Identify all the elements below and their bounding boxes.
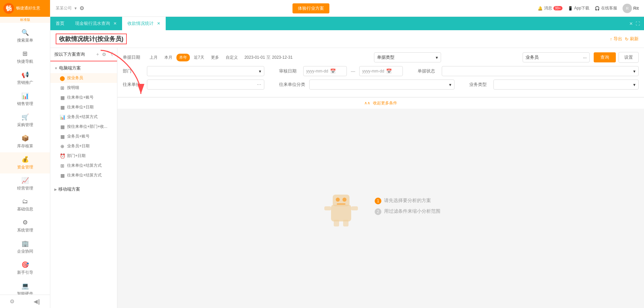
scheme-item-unit-account[interactable]: ▦ 往来单位+账号 (50, 93, 117, 102)
sidebar-item-hardware[interactable]: 💻 智能硬件 (0, 279, 50, 295)
tab-receipt-stats[interactable]: 收款情况统计 ✕ (122, 17, 166, 30)
date-quick-buttons: 上月 本月 本年 近7天 更多 自定义 (147, 54, 240, 61)
business-type-select[interactable]: ▾ (493, 80, 639, 90)
this-year-btn[interactable]: 本年 (176, 54, 190, 61)
salesperson-select[interactable]: 业务员 ··· (523, 52, 590, 62)
sidebar-item-sales[interactable]: 📊 销售管理 (0, 89, 50, 110)
headset-icon: 🎧 (595, 6, 600, 11)
logo-icon: 畅 (3, 3, 14, 14)
sidebar-item-search[interactable]: 🔍 搜索菜单 (0, 25, 50, 47)
top-header: 某某公司 ▾ ⚙ 体验行业方案 🔔 消息 99+ 📱 App下载 🎧 在线客服 … (50, 0, 644, 17)
mobile-scheme-label: 移动端方案 (58, 186, 80, 192)
scheme-item-label: 业务员+日期 (67, 143, 90, 149)
add-scheme-icon[interactable]: ＋ (95, 51, 100, 57)
tab-bank-flow[interactable]: 现金银行流水查询 ✕ (70, 17, 122, 30)
settings-button[interactable]: 设置 (619, 52, 639, 63)
page-title: 收款情况统计(按业务员) (56, 34, 127, 44)
scheme-icon: ⊕ (60, 144, 65, 149)
scheme-item-unit-settle2[interactable]: ▦ 往来单位+结算方式 (50, 170, 117, 180)
online-service-button[interactable]: 🎧 在线客服 (595, 5, 617, 11)
scheme-item-unit-date[interactable]: ▦ 往来单位+日期 (50, 102, 117, 112)
this-month-btn[interactable]: 本月 (162, 54, 175, 61)
scheme-item-salesperson-account[interactable]: ▦ 业务员+账号 (50, 132, 117, 141)
scheme-item-label: 业务员+结算方式 (67, 114, 98, 120)
custom-date-btn[interactable]: 自定义 (223, 54, 240, 61)
gear-icon: ⚙ (22, 219, 28, 226)
sidebar-item-marketing[interactable]: 📢 营销推广 (0, 68, 50, 89)
sidebar-item-operation[interactable]: 📈 经营管理 (0, 173, 50, 195)
desktop-scheme-header[interactable]: ▼ 电脑端方案 (50, 63, 117, 73)
tab-receipt-stats-label: 收款情况统计 (127, 20, 154, 27)
header-right: 🔔 消息 99+ 📱 App下载 🎧 在线客服 R Rit (538, 4, 639, 13)
mobile-scheme-header[interactable]: ▶ 移动端方案 (50, 184, 117, 194)
collapse-filter-button[interactable]: ∧∧ 收起更多条件 (117, 97, 644, 109)
audit-date-end-input[interactable]: yyyy-mm-dd 📅 (359, 66, 403, 76)
scheme-item-dept-date[interactable]: ⏰ 部门+日期 (50, 151, 117, 161)
scheme-item-label: 往来单位+日期 (67, 104, 94, 110)
close-receipt-stats-icon[interactable]: ✕ (157, 21, 160, 26)
last-7days-btn[interactable]: 近7天 (191, 54, 207, 61)
tab-bank-flow-label: 现金银行流水查询 (75, 20, 110, 27)
dropdown-icon[interactable]: ▾ (74, 6, 77, 11)
scheme-icon: ⏰ (60, 153, 65, 159)
svg-point-2 (336, 198, 340, 202)
counterpart-select[interactable]: ··· (147, 80, 264, 90)
notifications-button[interactable]: 🔔 消息 99+ (538, 5, 562, 11)
sidebar-item-purchase[interactable]: 🛒 采购管理 (0, 110, 50, 131)
scheme-item-label: 业务员+账号 (67, 134, 90, 139)
app-download-label: App下载 (574, 5, 589, 11)
refresh-button[interactable]: ↻ 刷新 (625, 36, 639, 42)
user-menu[interactable]: R Rit (623, 4, 639, 13)
export-button[interactable]: ↑ 导出 (610, 36, 623, 42)
chevron-down-icon: ▾ (259, 69, 261, 74)
scheme-settings-icon[interactable]: ⚙ (102, 52, 106, 57)
svg-rect-8 (343, 220, 348, 226)
chevron-up-icon: ∧∧ (364, 101, 370, 105)
doc-status-select[interactable]: ▾ (442, 66, 639, 76)
sidebar-item-inventory[interactable]: 📦 库存核算 (0, 131, 50, 152)
step2-text: 用过滤条件来缩小分析范围 (384, 208, 440, 214)
sidebar-item-system[interactable]: ⚙ 系统管理 (0, 215, 50, 237)
svg-rect-7 (334, 220, 339, 226)
scheme-item-salesperson-settle[interactable]: 📊 业务员+结算方式 (50, 112, 117, 122)
scheme-item-label: 往来单位+结算方式 (67, 163, 102, 168)
sidebar-item-quick-nav[interactable]: ⊞ 快捷导航 (0, 47, 50, 68)
export-label: 导出 (613, 36, 622, 42)
window-buttons: ✕ ⛶ (625, 21, 644, 26)
sidebar-item-finance[interactable]: 💰 资金管理 (0, 152, 50, 173)
scheme-item-unit-settle1[interactable]: ⊞ 往来单位+结算方式 (50, 161, 117, 170)
tab-home[interactable]: 首页 (50, 17, 70, 30)
more-date-btn[interactable]: 更多 (208, 54, 222, 61)
scheme-item-unit-dept-income[interactable]: ▦ 按往来单位+部门+收... (50, 122, 117, 132)
collapse-panel-icon[interactable]: 《 (108, 51, 113, 57)
try-industry-button[interactable]: 体验行业方案 (292, 3, 329, 13)
username-label: Rit (633, 6, 639, 11)
close-window-icon[interactable]: ✕ (629, 21, 633, 26)
sidebar-item-enterprise[interactable]: 🏢 企业协同 (0, 237, 50, 258)
empty-step-1: 1 请先选择要分析的方案 (375, 198, 440, 204)
last-month-btn[interactable]: 上月 (147, 54, 160, 61)
settings-bottom-icon[interactable]: ⚙ (10, 298, 14, 305)
close-bank-flow-icon[interactable]: ✕ (113, 21, 117, 26)
sidebar-item-guide[interactable]: 🎯 新手引导 (0, 258, 50, 279)
audit-date-start-input[interactable]: yyyy-mm-dd 📅 (303, 66, 347, 76)
empty-state-area: 1 请先选择要分析的方案 2 用过滤条件来缩小分析范围 (117, 109, 644, 308)
scheme-item-detail[interactable]: ⊞ 按明细 (50, 83, 117, 93)
department-select[interactable]: ▾ (147, 66, 264, 76)
date-end-value: 2023-12-31 (272, 55, 292, 60)
scheme-item-salesperson[interactable]: ⬤ 按业务员 (50, 73, 117, 83)
query-button[interactable]: 查询 (594, 52, 616, 62)
right-panel: 单据日期 上月 本月 本年 近7天 更多 自定义 2023-01-01 至 (117, 48, 644, 308)
scheme-item-salesperson-date[interactable]: ⊕ 业务员+日期 (50, 141, 117, 151)
collapse-sidebar-icon[interactable]: ◀‖ (34, 298, 40, 305)
filter-row-1: 单据日期 上月 本月 本年 近7天 更多 自定义 2023-01-01 至 (123, 52, 639, 63)
sidebar-item-label: 企业协同 (17, 249, 33, 254)
maximize-window-icon[interactable]: ⛶ (636, 21, 640, 26)
counterpart-category-select[interactable]: ▾ (309, 80, 454, 90)
more-options-icon[interactable]: ··· (257, 82, 261, 88)
sidebar-item-basic[interactable]: 🗂 基础信息 (0, 195, 50, 215)
header-gear-icon[interactable]: ⚙ (79, 5, 84, 11)
box-icon: 📦 (21, 135, 29, 142)
doc-type-select[interactable]: 单据类型 ▾ (374, 52, 441, 62)
app-download-button[interactable]: 📱 App下载 (568, 5, 589, 11)
